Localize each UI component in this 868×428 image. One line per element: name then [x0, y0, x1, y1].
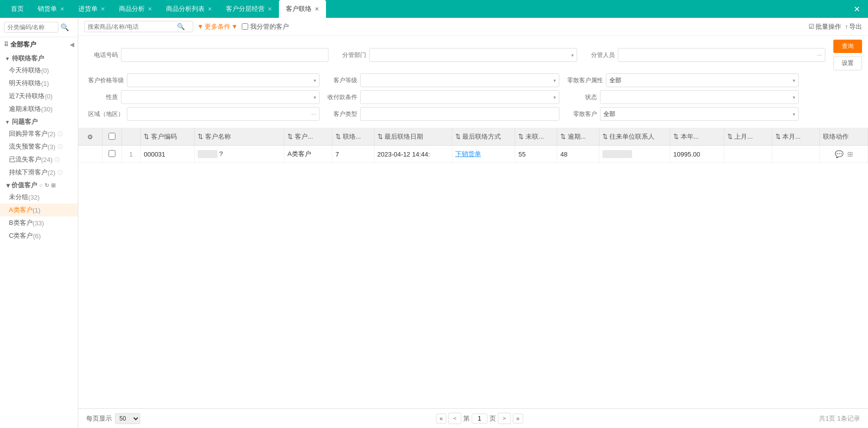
- close-all-button[interactable]: ✕: [850, 4, 864, 14]
- export-button[interactable]: ↑ 导出: [845, 22, 863, 31]
- first-page-button[interactable]: «: [436, 414, 446, 424]
- sidebar-item-overdue[interactable]: 逾期未联络 (30): [0, 103, 78, 115]
- nav-item-home[interactable]: 首页: [4, 0, 31, 18]
- th-prev-company[interactable]: ⇅ 往来单位联系人: [599, 128, 670, 146]
- more-filters-btn[interactable]: ▼ 更多条件 ▼: [197, 22, 238, 31]
- sidebar-item-a-class[interactable]: A类客户 (1): [0, 204, 78, 216]
- nav-item-purchase[interactable]: 进货单 ✕: [71, 0, 112, 18]
- triangle-icon: ▼: [5, 56, 10, 61]
- close-purchase-icon[interactable]: ✕: [101, 6, 105, 12]
- sidebar: 🔍 ⠿ 全部客户 ◀ ▼ 待联络客户 今天待联络 (0) 明天待联络 (1) 近…: [0, 18, 78, 428]
- th-gear[interactable]: ⚙: [78, 128, 102, 146]
- person-input[interactable]: ···: [618, 48, 825, 62]
- group-problem-customers[interactable]: ▼ 问题客户: [0, 115, 78, 127]
- refresh-group-icon[interactable]: ↻: [45, 182, 49, 189]
- settings-group-icon[interactable]: ⊞: [51, 182, 55, 189]
- retail-customer-chevron: ▾: [793, 111, 795, 117]
- customer-type-input[interactable]: [360, 107, 559, 121]
- group-pending-contact[interactable]: ▼ 待联络客户: [0, 52, 78, 64]
- all-customers-header[interactable]: ⠿ 全部客户 ◀: [0, 37, 78, 52]
- customer-level-select[interactable]: ▾: [360, 73, 559, 87]
- price-level-select[interactable]: ▾: [127, 73, 320, 87]
- sidebar-item-ungrouped[interactable]: 未分组 (32): [0, 191, 78, 204]
- th-name[interactable]: ⇅ 客户名称: [194, 128, 284, 146]
- my-customers-label: 我分管的客户: [250, 22, 289, 31]
- sidebar-item-churned[interactable]: 已流失客户 (24) ⓘ: [0, 153, 78, 166]
- status-select[interactable]: ▾: [600, 90, 799, 104]
- th-last-contact-date[interactable]: ⇅ 最后联络日期: [374, 128, 452, 146]
- sidebar-item-b-class[interactable]: B类客户 (33): [0, 216, 78, 229]
- nature-select[interactable]: ▾: [121, 90, 320, 104]
- th-date-label: 最后联络日期: [384, 133, 423, 140]
- th-not-contacted[interactable]: ⇅ 未联...: [515, 128, 557, 146]
- retail-attr-select[interactable]: 全部 ▾: [606, 73, 799, 87]
- page-number-input[interactable]: [472, 414, 488, 424]
- filter-cell-customer-type: 客户类型: [324, 107, 563, 121]
- my-customers-checkbox-area[interactable]: 我分管的客户: [242, 22, 289, 31]
- nav-item-customer-layer[interactable]: 客户分层经营 ✕: [219, 0, 279, 18]
- nav-item-sales[interactable]: 销货单 ✕: [31, 0, 71, 18]
- collapse-icon[interactable]: ◀: [70, 42, 74, 48]
- page-size-select[interactable]: 50 100: [115, 413, 140, 424]
- export-icon: ↑: [845, 23, 849, 30]
- region-input[interactable]: ···: [127, 107, 320, 121]
- qr-icon[interactable]: ⊞: [847, 150, 853, 158]
- th-this-month[interactable]: ⇅ 本月...: [772, 128, 820, 146]
- phone-input[interactable]: [121, 48, 328, 62]
- sidebar-item-7days[interactable]: 近7天待联络 (0): [0, 90, 78, 103]
- th-customer-type[interactable]: ⇅ 客户...: [284, 128, 332, 146]
- last-contact-link[interactable]: 下销货单: [455, 150, 481, 158]
- sidebar-item-c-class[interactable]: C类客户 (6): [0, 229, 78, 242]
- group-value-customers[interactable]: ▼ 价值客户 ○ ↻ ⊞: [0, 179, 78, 191]
- sidebar-item-repurchase-abnormal[interactable]: 回购异常客户 (2) ⓘ: [0, 127, 78, 140]
- select-all-checkbox[interactable]: [108, 133, 115, 140]
- th-contact-sort-icon: ⇅: [335, 133, 341, 140]
- prev-page-button[interactable]: ＜: [448, 413, 461, 424]
- payment-select[interactable]: ▾: [360, 90, 559, 104]
- close-sales-icon[interactable]: ✕: [60, 6, 64, 12]
- nav-item-customer-contact[interactable]: 客户联络 ✕: [279, 0, 326, 18]
- close-customer-contact-icon[interactable]: ✕: [315, 6, 319, 12]
- sidebar-item-today[interactable]: 今天待联络 (0): [0, 64, 78, 77]
- customer-level-label: 客户等级: [327, 76, 357, 85]
- query-button[interactable]: 查询: [833, 40, 862, 53]
- row-checkbox-cell[interactable]: [102, 146, 121, 163]
- sidebar-search-icon[interactable]: 🔍: [60, 23, 69, 31]
- nav-label-product-analysis: 商品分析: [119, 4, 145, 13]
- th-name-label: 客户名称: [205, 133, 231, 140]
- row-checkbox[interactable]: [108, 150, 115, 157]
- settings-button[interactable]: 设置: [833, 56, 862, 70]
- th-last-contact-method[interactable]: ⇅ 最后联络方式: [452, 128, 515, 146]
- retail-attr-value: 全部: [609, 76, 621, 85]
- nav-item-product-list[interactable]: 商品分析列表 ✕: [159, 0, 219, 18]
- sidebar-item-churn-warning[interactable]: 流失预警客户 (3) ⓘ: [0, 140, 78, 153]
- top-nav: 首页 销货单 ✕ 进货单 ✕ 商品分析 ✕ 商品分析列表 ✕ 客户分层经营 ✕ …: [0, 0, 868, 18]
- filter-search-icon[interactable]: 🔍: [177, 23, 185, 30]
- th-this-year[interactable]: ⇅ 本年...: [670, 128, 724, 146]
- gear-icon: ⚙: [87, 133, 93, 141]
- filter-cell-retail-customer: 零散客户 全部 ▾: [563, 107, 803, 121]
- close-product-analysis-icon[interactable]: ✕: [148, 6, 152, 12]
- sidebar-item-declining[interactable]: 持续下滑客户 (2) ⓘ: [0, 166, 78, 179]
- dept-select[interactable]: ▾: [369, 48, 577, 62]
- th-overdue[interactable]: ⇅ 逾期...: [557, 128, 599, 146]
- my-customers-checkbox[interactable]: [242, 23, 248, 30]
- overdue-label: 逾期未联络: [9, 105, 41, 113]
- next-page-button[interactable]: ＞: [498, 413, 511, 424]
- th-code[interactable]: ⇅ 客户编码: [141, 128, 195, 146]
- add-group-icon[interactable]: ○: [39, 182, 43, 188]
- sidebar-search-input[interactable]: [4, 22, 58, 33]
- retail-customer-select[interactable]: 全部 ▾: [600, 107, 799, 121]
- filter-search-input[interactable]: [88, 23, 177, 30]
- close-product-list-icon[interactable]: ✕: [208, 6, 212, 12]
- th-contact-count[interactable]: ⇅ 联络...: [332, 128, 374, 146]
- th-checkbox[interactable]: [102, 128, 121, 146]
- sidebar-item-tomorrow[interactable]: 明天待联络 (1): [0, 77, 78, 90]
- last-page-button[interactable]: »: [513, 414, 523, 424]
- row-last-contact-method[interactable]: 下销货单: [452, 146, 515, 163]
- batch-op-button[interactable]: ☑ 批量操作: [809, 22, 841, 31]
- close-customer-layer-icon[interactable]: ✕: [268, 6, 272, 12]
- chat-icon[interactable]: 💬: [835, 150, 843, 158]
- th-last-month[interactable]: ⇅ 上月...: [724, 128, 772, 146]
- nav-item-product-analysis[interactable]: 商品分析 ✕: [112, 0, 159, 18]
